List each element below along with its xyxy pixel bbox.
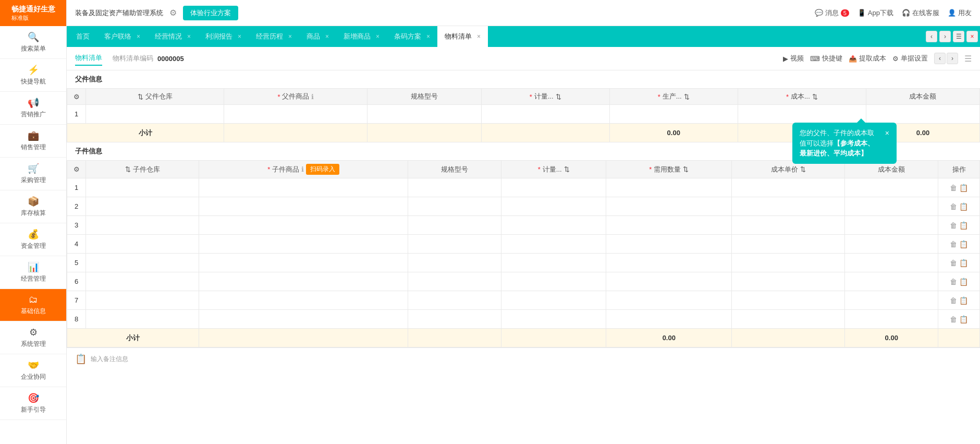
qty-cell[interactable] [606, 254, 732, 272]
record-next-btn[interactable]: › [947, 53, 958, 64]
child-cost-amount-cell[interactable] [845, 291, 938, 310]
child-unit-cell[interactable] [501, 178, 606, 197]
video-action[interactable]: ▶ 视频 [783, 54, 804, 63]
tab-close-icon[interactable]: × [325, 33, 329, 40]
unit-cell[interactable] [481, 105, 609, 124]
nav-prev-btn[interactable]: ‹ [926, 31, 937, 42]
child-warehouse-cell[interactable] [86, 197, 199, 216]
app-download-item[interactable]: 📱 App下载 [858, 8, 893, 18]
tooltip-close-btn[interactable]: × [885, 128, 889, 139]
child-unit-cell[interactable] [501, 197, 606, 216]
child-spec-cell[interactable] [408, 178, 501, 197]
child-spec-cell[interactable] [408, 310, 501, 329]
document-settings-action[interactable]: ⚙ 单据设置 [892, 54, 928, 63]
child-warehouse-cell[interactable] [86, 235, 199, 254]
child-product-cell[interactable] [199, 235, 408, 254]
qty-cell[interactable] [606, 178, 732, 197]
unit-cost-cell[interactable] [732, 197, 845, 216]
copy-icon[interactable]: 📋 [959, 202, 968, 211]
sidebar-item-system[interactable]: ⚙ 系统管理 [0, 321, 66, 354]
child-cost-amount-cell[interactable] [845, 272, 938, 291]
nav-menu-btn[interactable]: ☰ [953, 31, 964, 42]
shortcut-action[interactable]: ⌨ 快捷键 [810, 54, 842, 63]
tab-close-icon[interactable]: × [477, 33, 481, 40]
unit-cost-cell[interactable] [732, 310, 845, 329]
copy-icon[interactable]: 📋 [959, 315, 968, 323]
unit-cost-cell[interactable] [732, 254, 845, 272]
unit-cost-cell[interactable] [732, 216, 845, 235]
child-cost-amount-cell[interactable] [845, 216, 938, 235]
child-cost-amount-cell[interactable] [845, 235, 938, 254]
scan-btn[interactable]: 扫码录入 [306, 164, 339, 175]
delete-icon[interactable]: 🗑 [950, 184, 957, 192]
delete-icon[interactable]: 🗑 [950, 221, 957, 230]
tab-profit[interactable]: 利润报告 × [198, 26, 249, 47]
parent-warehouse-cell[interactable] [86, 105, 224, 124]
record-prev-btn[interactable]: ‹ [934, 53, 946, 64]
unit-cost-cell[interactable] [732, 272, 845, 291]
delete-icon[interactable]: 🗑 [950, 278, 957, 286]
sidebar-item-purchase[interactable]: 🛒 采购管理 [0, 158, 66, 190]
child-spec-cell[interactable] [408, 272, 501, 291]
sidebar-item-guide[interactable]: 🎯 新手引导 [0, 387, 66, 420]
sidebar-item-inventory[interactable]: 📦 库存核算 [0, 190, 66, 223]
delete-icon[interactable]: 🗑 [950, 315, 957, 323]
tab-close-icon[interactable]: × [137, 33, 140, 40]
tab-home[interactable]: 首页 [69, 26, 97, 47]
sidebar-item-marketing[interactable]: 📢 营销推广 [0, 92, 66, 125]
qty-cell[interactable] [606, 197, 732, 216]
child-product-cell[interactable] [199, 272, 408, 291]
tab-close-icon[interactable]: × [376, 33, 379, 40]
nav-next-btn[interactable]: › [939, 31, 951, 42]
child-cost-amount-cell[interactable] [845, 254, 938, 272]
sidebar-item-sales[interactable]: 💼 销售管理 [0, 125, 66, 158]
child-unit-cell[interactable] [501, 235, 606, 254]
nav-close-btn[interactable]: × [966, 31, 978, 42]
online-service-item[interactable]: 🎧 在线客服 [902, 8, 939, 18]
child-warehouse-cell[interactable] [86, 310, 199, 329]
sidebar-item-finance[interactable]: 💰 资金管理 [0, 223, 66, 256]
copy-icon[interactable]: 📋 [959, 184, 968, 192]
settings-icon[interactable]: ⚙ [169, 8, 177, 18]
sidebar-item-collab[interactable]: 🤝 企业协同 [0, 354, 66, 387]
copy-icon[interactable]: 📋 [959, 259, 968, 267]
child-unit-cell[interactable] [501, 310, 606, 329]
qty-cell[interactable] [606, 235, 732, 254]
view-mode-btn[interactable]: ☰ [964, 54, 972, 64]
child-product-cell[interactable] [199, 291, 408, 310]
tab-barcode[interactable]: 条码方案 × [387, 26, 437, 47]
qty-cell[interactable] [606, 216, 732, 235]
child-warehouse-cell[interactable] [86, 272, 199, 291]
tab-history[interactable]: 经营历程 × [249, 26, 299, 47]
delete-icon[interactable]: 🗑 [950, 240, 957, 248]
tab-new-goods[interactable]: 新增商品 × [336, 26, 387, 47]
sidebar-item-basics[interactable]: 🗂 基础信息 [0, 289, 66, 321]
child-spec-cell[interactable] [408, 254, 501, 272]
experience-btn[interactable]: 体验行业方案 [183, 6, 238, 20]
cost-amount-cell[interactable] [866, 105, 979, 124]
tab-close-icon[interactable]: × [238, 33, 241, 40]
delete-icon[interactable]: 🗑 [950, 259, 957, 267]
user-item[interactable]: 👤 用友 [948, 8, 972, 18]
copy-icon[interactable]: 📋 [959, 278, 968, 286]
tab-operations[interactable]: 经营情况 × [148, 26, 198, 47]
delete-icon[interactable]: 🗑 [950, 296, 957, 305]
qty-cell[interactable] [606, 310, 732, 329]
tab-close-icon[interactable]: × [426, 33, 430, 40]
sub-tab-bom-list[interactable]: 物料清单 [75, 51, 102, 66]
child-spec-cell[interactable] [408, 197, 501, 216]
cost-cell[interactable] [738, 105, 866, 124]
child-unit-cell[interactable] [501, 272, 606, 291]
child-unit-cell[interactable] [501, 254, 606, 272]
copy-icon[interactable]: 📋 [959, 240, 968, 248]
sidebar-item-search[interactable]: 🔍 搜索菜单 [0, 26, 66, 59]
messages-item[interactable]: 💬 消息 5 [815, 8, 849, 18]
child-product-cell[interactable] [199, 178, 408, 197]
sidebar-item-operations[interactable]: 📊 经营管理 [0, 256, 66, 289]
tab-close-icon[interactable]: × [288, 33, 292, 40]
child-settings-col-header[interactable]: ⚙ [67, 161, 86, 178]
parent-product-cell[interactable] [224, 105, 368, 124]
child-unit-cell[interactable] [501, 216, 606, 235]
child-warehouse-cell[interactable] [86, 291, 199, 310]
child-spec-cell[interactable] [408, 216, 501, 235]
